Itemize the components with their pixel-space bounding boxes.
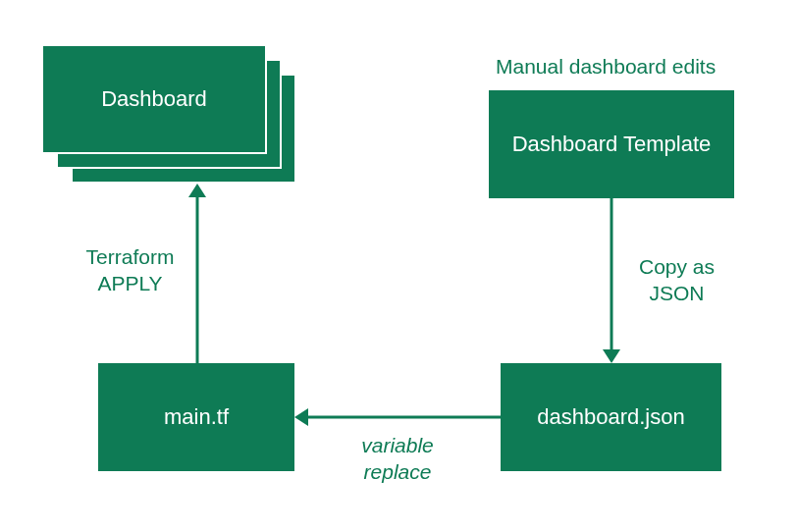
- variable-replace-label: variable replace: [344, 432, 452, 486]
- svg-marker-5: [294, 408, 308, 426]
- arrow-copy-json: [607, 198, 616, 363]
- terraform-apply-label: Terraform APPLY: [79, 243, 182, 297]
- main-tf-label: main.tf: [164, 404, 229, 430]
- copy-json-label: Copy as JSON: [630, 253, 723, 307]
- manual-edits-label: Manual dashboard edits: [496, 53, 716, 80]
- main-tf-box: main.tf: [98, 363, 294, 471]
- svg-marker-1: [188, 184, 206, 197]
- svg-marker-3: [603, 349, 620, 363]
- arrow-variable-replace: [294, 412, 501, 422]
- dashboard-label: Dashboard: [101, 86, 207, 112]
- dashboard-json-label: dashboard.json: [537, 404, 684, 430]
- arrow-terraform-apply: [192, 184, 202, 363]
- dashboard-template-box: Dashboard Template: [489, 90, 734, 198]
- dashboard-template-label: Dashboard Template: [512, 132, 712, 157]
- dashboard-json-box: dashboard.json: [501, 363, 721, 471]
- dashboard-stack-front: Dashboard: [41, 44, 267, 154]
